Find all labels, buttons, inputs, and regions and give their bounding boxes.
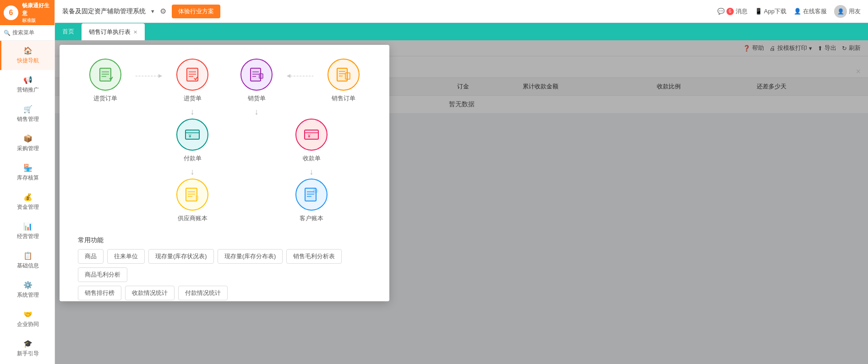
logo-sub: 标准版 [22, 17, 51, 24]
sales-icon: 🛒 [23, 105, 33, 114]
modal-close-btn[interactable]: × [856, 67, 861, 76]
sidebar-item-label: 系统管理 [17, 291, 39, 299]
system-title: 装备及固定资产辅助管理系统 [62, 7, 146, 16]
flow-node-supplier-ledger[interactable]: 供应商账本 [165, 179, 220, 223]
flow-node-sale-order[interactable]: 销售订单 [316, 59, 371, 103]
sidebar-item-purchase[interactable]: 📦 采购管理 [0, 129, 55, 158]
func-buttons-row1: 商品 往来单位 现存量(库存状况表) 现存量(库存分布表) 销售毛利分析表 商品… [78, 249, 371, 282]
user-menu[interactable]: 👤 用友 [834, 5, 861, 18]
online-service-btn[interactable]: 👤 在线客服 [794, 7, 827, 16]
experience-btn[interactable]: 体验行业方案 [172, 5, 220, 18]
sidebar-item-marketing[interactable]: 📢 营销推广 [0, 70, 55, 99]
purchase-order-circle [89, 59, 121, 91]
sidebar-search[interactable]: 🔍 搜索菜单 [0, 25, 55, 41]
sidebar-item-label: 快捷导航 [17, 57, 39, 65]
arrow-purchase-dashed [133, 71, 165, 81]
tabs-bar: 首页 销售订单执行表 ✕ [55, 23, 868, 40]
dropdown-arrow-icon[interactable]: ▾ [151, 8, 154, 15]
purchase-icon: 📦 [23, 134, 33, 143]
flow-node-purchase-order[interactable]: 进货订单 [78, 59, 133, 103]
sidebar-item-newbie[interactable]: 🎓 新手引导 [0, 334, 55, 363]
purchase-bill-down-arrow: ↓ [191, 107, 195, 117]
sidebar-logo: 6 畅康通好生意 标准版 [0, 0, 55, 25]
func-btn-stock-status[interactable]: 现存量(库存状况表) [148, 249, 214, 264]
app-download-btn[interactable]: 📱 App下载 [755, 7, 786, 16]
svg-rect-32 [305, 130, 318, 139]
flow-diagram: 进货订单 [78, 59, 371, 227]
svg-rect-28 [186, 130, 199, 139]
func-btn-payment-stat[interactable]: 付款情况统计 [178, 286, 228, 300]
supplier-ledger-circle [176, 179, 208, 211]
flow-node-receipt[interactable]: ¥ 收款单 [284, 119, 339, 163]
tab-close-icon[interactable]: ✕ [133, 29, 137, 35]
func-btn-sales-rank[interactable]: 销售排行榜 [78, 286, 121, 300]
sidebar-item-inventory[interactable]: 🏪 库存核算 [0, 158, 55, 187]
sidebar-item-label: 新手引导 [17, 350, 39, 358]
svg-rect-17 [259, 74, 263, 78]
svg-marker-6 [158, 74, 162, 78]
message-btn[interactable]: 💬 6 消息 [717, 7, 748, 16]
payment-down-arrow: ↓ [191, 167, 195, 177]
svg-text:¥: ¥ [307, 134, 311, 139]
newbie-icon: 🎓 [23, 339, 33, 348]
settings-icon[interactable]: ⚙ [160, 7, 166, 16]
payment-circle: ¥ [176, 119, 208, 151]
app-download-label: App下载 [764, 7, 786, 16]
receipt-label: 收款单 [303, 154, 321, 163]
func-btn-sales-profit[interactable]: 销售毛利分析表 [286, 249, 342, 264]
func-btn-product-profit[interactable]: 商品毛利分析 [78, 267, 127, 282]
sidebar-item-enterprise[interactable]: 🤝 企业协同 [0, 304, 55, 334]
payment-label: 付款单 [184, 154, 202, 163]
svg-text:¥: ¥ [188, 134, 191, 139]
tab-sales-order-label: 销售订单执行表 [89, 28, 131, 36]
sale-bill-circle [240, 59, 273, 91]
message-label: 消息 [736, 7, 748, 16]
sidebar-item-label: 基础信息 [17, 262, 39, 270]
sidebar-item-sales[interactable]: 🛒 销售管理 [0, 99, 55, 129]
svg-marker-20 [287, 74, 290, 78]
base-icon: 📋 [23, 251, 33, 260]
func-btn-partner[interactable]: 往来单位 [107, 249, 145, 264]
tab-home[interactable]: 首页 [55, 23, 82, 40]
sidebar-item-quicknav[interactable]: 🏠 快捷导航 [0, 41, 55, 70]
func-btn-receipt-stat[interactable]: 收款情况统计 [125, 286, 175, 300]
customer-ledger-circle [295, 179, 328, 211]
supplier-ledger-label: 供应商账本 [178, 214, 207, 223]
flow-row-arrows: ↓ ↓ [78, 107, 371, 117]
sidebar-item-label: 采购管理 [17, 145, 39, 152]
flow-node-sale-bill[interactable]: 销货单 [229, 59, 284, 103]
receipt-circle: ¥ [295, 119, 328, 151]
sidebar-item-system[interactable]: ⚙️ 系统管理 [0, 275, 55, 304]
flow-node-payment[interactable]: ¥ 付款单 [165, 119, 220, 163]
sidebar: 6 畅康通好生意 标准版 🔍 搜索菜单 🏠 快捷导航 📢 营销推广 🛒 销售管理 [0, 0, 55, 364]
flow-node-customer-ledger[interactable]: 客户账本 [284, 179, 339, 223]
business-icon: 📊 [23, 222, 33, 231]
flow-modal: 进货订单 [60, 45, 389, 301]
purchase-bill-label: 进货单 [184, 94, 202, 103]
tab-home-label: 首页 [62, 27, 74, 36]
func-btn-product[interactable]: 商品 [78, 249, 104, 264]
content-area: ❓ 帮助 🖨 按模板打印 ▾ ⬆ 导出 ↻ 刷新 [55, 40, 868, 364]
modal-overlay: 进货订单 [55, 40, 868, 364]
sidebar-item-base[interactable]: 📋 基础信息 [0, 246, 55, 275]
inventory-icon: 🏪 [23, 163, 33, 172]
service-icon: 👤 [794, 8, 801, 15]
svg-rect-0 [100, 68, 111, 81]
func-btn-stock-dist[interactable]: 现存量(库存分布表) [218, 249, 283, 264]
svg-rect-26 [345, 73, 350, 79]
header-bar: 装备及固定资产辅助管理系统 ▾ ⚙ 体验行业方案 💬 6 消息 📱 App下载 … [55, 0, 868, 23]
flow-node-purchase-bill[interactable]: 进货单 [165, 59, 220, 103]
search-label: 搜索菜单 [12, 29, 34, 37]
app-container: 6 畅康通好生意 标准版 🔍 搜索菜单 🏠 快捷导航 📢 营销推广 🛒 销售管理 [0, 0, 868, 364]
sidebar-item-label: 资金管理 [17, 203, 39, 211]
tab-sales-order[interactable]: 销售订单执行表 ✕ [82, 23, 145, 41]
avatar: 👤 [834, 5, 847, 18]
online-service-label: 在线客服 [803, 7, 827, 16]
sidebar-item-finance[interactable]: 💰 资金管理 [0, 187, 55, 217]
common-functions-title: 常用功能 [78, 236, 371, 244]
home-icon: 🏠 [23, 46, 33, 55]
sale-order-circle [328, 59, 360, 91]
header-right: 💬 6 消息 📱 App下载 👤 在线客服 👤 用友 [717, 5, 861, 18]
receipt-down-arrow: ↓ [310, 167, 314, 177]
sidebar-item-business[interactable]: 📊 经营管理 [0, 217, 55, 246]
